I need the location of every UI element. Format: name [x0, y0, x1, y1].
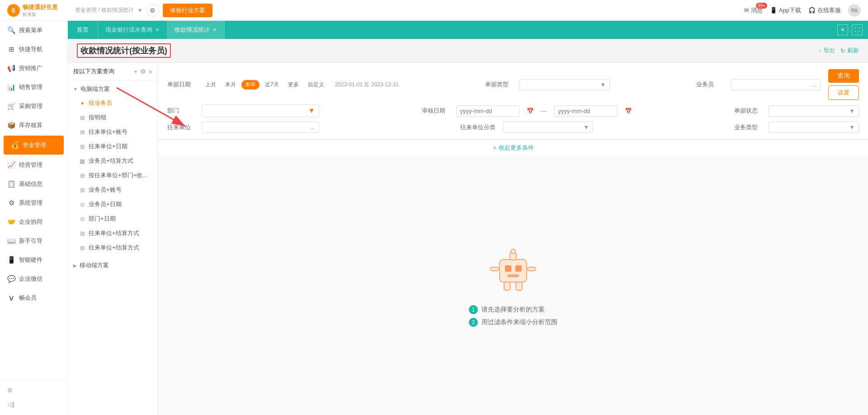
tab-cashflow-close[interactable]: ✕ — [155, 27, 160, 33]
scheme-item-label-5: 按往来单位+部门+收... — [89, 171, 147, 179]
staff-dots[interactable]: ... — [812, 81, 817, 88]
date-tab-lastmonth[interactable]: 上月 — [202, 80, 220, 90]
header-settings-icon[interactable]: ⚙ — [146, 4, 159, 17]
query-button[interactable]: 查询 — [828, 69, 859, 83]
biztype2-select[interactable]: ▼ — [769, 122, 859, 133]
review-date-start[interactable] — [456, 105, 519, 117]
sidebar-item-membership[interactable]: V 畅会员 — [0, 288, 67, 307]
tab-cashflow[interactable]: 现金银行流水查询 ✕ — [98, 21, 167, 39]
sidebar-item-finance[interactable]: 💰 资金管理 — [4, 136, 64, 155]
scheme-section-mobile-title[interactable]: ▶ 移动端方案 — [68, 259, 158, 272]
dept-dots[interactable]: ▼ — [308, 107, 315, 115]
online-service-button[interactable]: 🎧 在线客服 — [808, 6, 841, 14]
logo-area: 6 畅捷通好生意 标准版 — [7, 3, 75, 18]
date-tab-thisyear[interactable]: 本年 — [241, 80, 259, 90]
sidebar-item-basicinfo[interactable]: 📋 基础信息 — [0, 174, 67, 193]
tab-home[interactable]: 首页 — [68, 21, 98, 39]
sidebar-item-hardware[interactable]: 📱 智能硬件 — [0, 250, 67, 269]
biztype-select[interactable]: ▼ — [519, 79, 610, 90]
empty-illustration — [486, 244, 540, 298]
message-badge: 99+ — [756, 3, 767, 9]
calendar-end-icon[interactable]: 📅 — [625, 108, 632, 114]
refresh-button[interactable]: ↻ 刷新 — [840, 47, 859, 55]
scheme-collapse-icon[interactable]: « — [149, 68, 152, 75]
date-tab-more[interactable]: 更多 — [284, 80, 302, 90]
scheme-item-dept-date[interactable]: ⊙ 部门+日期 — [68, 212, 158, 226]
app-version: 标准版 — [23, 11, 58, 18]
staff-select[interactable]: ... — [731, 79, 821, 90]
window-close-btn[interactable]: ✕ — [837, 24, 848, 35]
scheme-settings-icon[interactable]: ⚙ — [140, 68, 146, 75]
message-button[interactable]: ✉ 消息 99+ — [744, 6, 763, 14]
date-tab-custom[interactable]: 自定义 — [304, 80, 328, 90]
filter-buttons: 查询 设置 — [828, 69, 859, 100]
collapse-bar[interactable]: ∧ 收起更多条件 — [158, 140, 868, 156]
sidebar-item-marketing[interactable]: 📢 营销推广 — [0, 59, 67, 78]
tab-receipts-close[interactable]: ✕ — [212, 27, 217, 33]
scheme-item-unit-account[interactable]: ⊞ 往来单位+账号 — [68, 125, 158, 139]
scheme-item-unit-payment1[interactable]: ⊞ 往来单位+结算方式 — [68, 226, 158, 241]
scheme-add-icon[interactable]: + — [134, 68, 137, 75]
scheme-section-mobile: ▶ 移动端方案 — [68, 257, 158, 274]
sidebar-label-finance: 资金管理 — [23, 141, 46, 149]
sidebar-item-guide[interactable]: 📖 新手引导 — [0, 231, 67, 250]
scheme-item-unit-dept[interactable]: ⊞ 按往来单位+部门+收... — [68, 168, 158, 183]
dept-label: 部门 — [167, 107, 194, 115]
page-title: 收款情况统计(按业务员) — [77, 43, 171, 58]
sidebar-item-inventory[interactable]: 📦 库存核算 — [0, 116, 67, 135]
unit-dots[interactable]: ... — [310, 124, 315, 131]
filter-row-2: 部门 ▼ 审核日期 📅 — 📅 单据状态 — [167, 104, 859, 117]
tab-receipts[interactable]: 收款情况统计 ✕ — [167, 21, 225, 39]
sidebar-item-operations[interactable]: 📈 经营管理 — [0, 156, 67, 174]
export-icon: ↑ — [819, 47, 822, 54]
scheme-item-icon-7: ⊙ — [79, 201, 86, 208]
calendar-start-icon[interactable]: 📅 — [527, 108, 534, 114]
unit-select[interactable]: ... — [202, 122, 319, 133]
section-label-mobile: 移动端方案 — [80, 261, 109, 269]
dept-select[interactable]: ▼ — [202, 104, 319, 117]
scheme-item-label-10: 往来单位+结算方式 — [89, 244, 139, 252]
scheme-item-icon-1: ⊞ — [79, 114, 86, 121]
sidebar-label-system: 系统管理 — [19, 199, 42, 207]
scheme-item-icon-3: ⊞ — [79, 143, 86, 150]
scheme-item-bystaff[interactable]: ● 按业务员 — [68, 96, 158, 110]
scheme-header-icons: + ⚙ « — [134, 68, 152, 75]
app-download-button[interactable]: 📱 App下载 — [770, 6, 801, 14]
filter-row-1: 单据日期 上月 本月 本年 近7天 更多 自定义 2023-01-01 — [167, 69, 859, 100]
review-date-end[interactable] — [554, 105, 618, 117]
sidebar-item-sales[interactable]: 📊 销售管理 — [0, 78, 67, 97]
sidebar-item-quicknav[interactable]: ⊞ 快捷导航 — [0, 40, 67, 59]
header-right: ✉ 消息 99+ 📱 App下载 🎧 在线客服 Rit — [744, 4, 861, 17]
sidebar-settings-btn[interactable]: ⚙ — [0, 383, 67, 397]
scheme-item-staff-payment[interactable]: ▦ 业务员+结算方式 — [68, 154, 158, 168]
trial-button[interactable]: 体验行业方案 — [163, 4, 212, 17]
date-tab-7days[interactable]: 近7天 — [261, 80, 283, 90]
sidebar-item-system[interactable]: ⚙ 系统管理 — [0, 193, 67, 212]
date-tab-thismonth[interactable]: 本月 — [222, 80, 240, 90]
scheme-item-detail[interactable]: ⊞ 按明细 — [68, 110, 158, 125]
scheme-panel-title: 按以下方案查询 — [73, 67, 114, 75]
app-logo-icon: 6 — [7, 4, 20, 17]
breadcrumb-dropdown[interactable]: ▼ — [137, 7, 143, 14]
unit-cat-select[interactable]: ▼ — [503, 122, 593, 133]
window-maximize-btn[interactable]: ⛶ — [852, 24, 863, 35]
scheme-item-unit-date[interactable]: ⊞ 往来单位+日期 — [68, 139, 158, 154]
sales-icon: 📊 — [7, 83, 15, 91]
filter-panel: 单据日期 上月 本月 本年 近7天 更多 自定义 2023-01-01 — [158, 63, 868, 415]
sidebar-item-wechat[interactable]: 💬 企业微信 — [0, 269, 67, 288]
export-button[interactable]: ↑ 导出 — [819, 47, 835, 55]
scheme-section-desktop-title[interactable]: ▼ 电脑端方案 — [68, 82, 158, 96]
sidebar-collapse-btn[interactable]: ◁∥ — [0, 397, 67, 411]
scheme-item-unit-payment2[interactable]: ⊞ 往来单位+结算方式 — [68, 241, 158, 255]
step-num-2: 2 — [469, 318, 478, 327]
bill-status-select[interactable]: ▼ — [769, 105, 859, 117]
sidebar-item-collab[interactable]: 🤝 企业协同 — [0, 212, 67, 231]
scheme-item-staff-account[interactable]: ⊞ 业务员+账号 — [68, 183, 158, 197]
settings-button[interactable]: 设置 — [828, 85, 859, 100]
filter-row-3: 往来单位 ... 往来单位分类 ▼ 业务类型 — [167, 122, 859, 133]
inventory-icon: 📦 — [7, 121, 15, 129]
sidebar-item-search[interactable]: 🔍 搜索菜单 — [0, 21, 67, 40]
user-avatar[interactable]: Rit — [848, 4, 861, 17]
sidebar-item-purchase[interactable]: 🛒 采购管理 — [0, 97, 67, 116]
scheme-item-staff-date[interactable]: ⊙ 业务员+日期 — [68, 197, 158, 212]
